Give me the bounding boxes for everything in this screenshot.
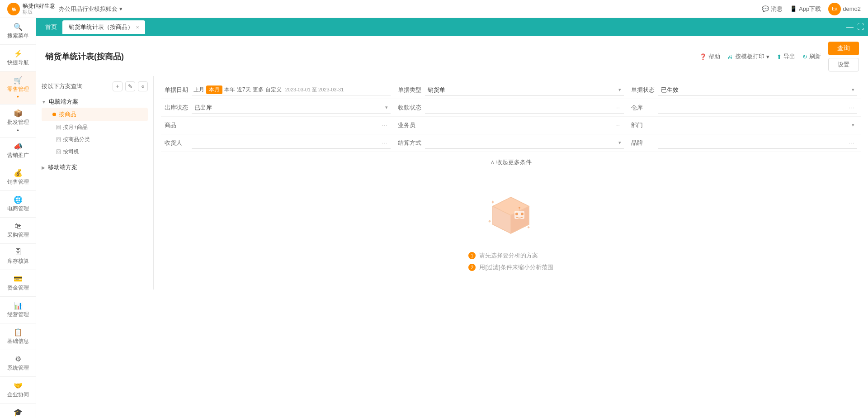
help-icon: ❓ — [699, 53, 707, 60]
empty-illustration: ✦ ✦ ◆ — [484, 188, 538, 242]
sidebar-item-system-label: 系统管理 — [2, 364, 34, 372]
date-tab-this-year[interactable]: 本年 — [224, 86, 235, 94]
out-status-arrow-icon: ▾ — [385, 104, 388, 110]
date-tab-more[interactable]: 更多 — [253, 86, 264, 94]
sidebar-item-finance[interactable]: 💳 资金管理 — [0, 270, 36, 297]
sidebar-item-quicknav[interactable]: ⚡ 快捷导航 — [0, 45, 36, 71]
tab-sales-statistics[interactable]: 销货单统计表（按商品） × — [62, 20, 145, 34]
settings-button[interactable]: 设置 — [828, 58, 859, 71]
scheme-panel-header: 按以下方案查询 + ✎ « — [42, 81, 148, 91]
tab-active-label: 销货单统计表（按商品） — [69, 23, 133, 31]
add-scheme-button[interactable]: + — [113, 81, 123, 91]
expand-button[interactable]: ⛶ — [857, 23, 864, 31]
sidebar-item-operations[interactable]: 📊 经营管理 — [0, 297, 36, 323]
sidebar-item-newuser[interactable]: 🎓 新手引导 — [0, 404, 36, 418]
help-button[interactable]: ❓ 帮助 — [699, 52, 720, 61]
brand-filter[interactable]: ··· — [658, 137, 857, 149]
hint-num-1: 1 — [468, 252, 476, 259]
content-main: ✦ ✦ ◆ 1 请先选择要分析的方案 — [154, 170, 868, 290]
help-label: 帮助 — [708, 52, 720, 61]
staff-filter[interactable]: ··· — [425, 119, 624, 131]
pay-status-filter[interactable]: ··· — [425, 102, 624, 114]
status-filter-control[interactable]: 已生效 ▾ — [658, 84, 857, 96]
action-btns: 查询 设置 — [828, 42, 859, 71]
date-tab-last-month[interactable]: 上月 — [193, 86, 204, 94]
sidebar-item-quicknav-label: 快捷导航 — [2, 59, 34, 66]
scheme-group-mobile-header[interactable]: ▶ 移动端方案 — [42, 162, 148, 173]
scheme-item-by-goods[interactable]: 按商品 — [42, 108, 148, 121]
warehouse-filter[interactable]: ··· — [658, 102, 857, 114]
user-menu[interactable]: Ea demo2 — [828, 3, 861, 15]
right-actions: ❓ 帮助 🖨 按模板打印 ▾ ⬆ 导出 ↻ 刷新 — [699, 42, 859, 71]
date-filter-control[interactable]: 上月 本月 本年 近7天 更多 自定义 2023-03-01 至 2023-03… — [192, 85, 391, 95]
sidebar-item-search-label: 搜索菜单 — [2, 32, 34, 40]
refresh-icon: ↻ — [802, 53, 807, 60]
hint-text-1: 请先选择要分析的方案 — [479, 252, 538, 260]
username-label: demo2 — [843, 5, 861, 12]
date-tab-custom[interactable]: 自定义 — [265, 86, 282, 94]
sub-scheme-driver[interactable]: 回 按司机 — [42, 146, 148, 158]
sidebar-item-inventory[interactable]: 🗄 库存核算 — [0, 244, 36, 270]
sidebar-item-marketing[interactable]: 📣 营销推广 — [0, 138, 36, 164]
sales-icon: 💰 — [2, 169, 34, 177]
sidebar-item-search[interactable]: 🔍 搜索菜单 — [0, 18, 36, 45]
print-button[interactable]: 🖨 按模板打印 ▾ — [727, 52, 769, 61]
type-arrow-icon: ▾ — [618, 87, 621, 93]
sidebar-item-sales[interactable]: 💰 销售管理 — [0, 164, 36, 191]
goods-filter[interactable]: ··· — [192, 119, 391, 131]
query-button[interactable]: 查询 — [828, 42, 859, 55]
sidebar-item-inventory-label: 库存核算 — [2, 257, 34, 265]
quicknav-icon: ⚡ — [2, 49, 34, 58]
message-button[interactable]: 💬 消息 — [762, 5, 783, 13]
dept-filter[interactable]: ▾ — [658, 119, 857, 131]
workspace-selector[interactable]: 办公用品行业模拟账套 ▾ — [59, 5, 123, 13]
sidebar-item-ecommerce[interactable]: 🌐 电商管理 — [0, 191, 36, 218]
tab-home[interactable]: 首页 — [40, 23, 62, 31]
sub-scheme-month-goods[interactable]: 回 按月+商品 — [42, 121, 148, 133]
sidebar-item-basic[interactable]: 📋 基础信息 — [0, 323, 36, 350]
filter-area: 单据日期 上月 本月 本年 近7天 更多 自定义 2023-03-01 至 20… — [154, 76, 868, 170]
sub-scheme-label-2: 按商品分类 — [63, 136, 90, 143]
sidebar-item-enterprise[interactable]: 🤝 企业协同 — [0, 377, 36, 404]
enterprise-icon: 🤝 — [2, 381, 34, 390]
date-tab-7days[interactable]: 近7天 — [237, 86, 251, 94]
type-filter-control[interactable]: 销货单 ▾ — [425, 84, 624, 96]
sub-scheme-icon-1: 回 — [56, 124, 61, 131]
content-area: 首页 销货单统计表（按商品） × — ⛶ 销货单统计表(按商品) ❓ 帮助 — [36, 18, 868, 418]
sidebar-item-retail[interactable]: 🛒 零售管理 ▾ — [0, 71, 36, 104]
page-top: 销货单统计表(按商品) ❓ 帮助 🖨 按模板打印 ▾ ⬆ 导出 — [36, 36, 868, 76]
pay-status-dots: ··· — [615, 104, 621, 111]
out-status-filter[interactable]: 已出库 ▾ — [192, 102, 391, 114]
sub-scheme-category[interactable]: 回 按商品分类 — [42, 133, 148, 146]
sub-scheme-icon-3: 回 — [56, 148, 61, 155]
warehouse-label: 仓库 — [631, 104, 658, 112]
svg-point-10 — [519, 207, 520, 209]
edit-scheme-button[interactable]: ✎ — [125, 81, 135, 91]
hint-num-2: 2 — [468, 264, 476, 271]
scheme-group-pc-header[interactable]: ▼ 电脑端方案 — [42, 96, 148, 108]
refresh-button[interactable]: ↻ 刷新 — [802, 52, 821, 61]
app-download-button[interactable]: 📱 App下载 — [790, 5, 821, 13]
receiver-dots: ··· — [382, 140, 388, 146]
export-button[interactable]: ⬆ 导出 — [777, 52, 795, 61]
sidebar-item-purchase[interactable]: 🛍 采购管理 — [0, 218, 36, 244]
status-value: 已生效 — [661, 86, 852, 94]
sidebar-item-ecommerce-label: 电商管理 — [2, 205, 34, 213]
sidebar-item-system[interactable]: ⚙ 系统管理 — [0, 350, 36, 377]
avatar: Ea — [828, 3, 841, 15]
empty-state: ✦ ✦ ◆ 1 请先选择要分析的方案 — [450, 170, 571, 290]
retail-icon: 🛒 — [2, 76, 34, 85]
mobile-group-label: 移动端方案 — [48, 163, 77, 171]
basic-icon: 📋 — [2, 328, 34, 337]
payment-filter[interactable]: ▾ — [425, 137, 624, 149]
collapse-scheme-button[interactable]: « — [138, 81, 148, 91]
collapse-button[interactable]: ∧ 收起更多条件 — [490, 158, 532, 166]
receiver-filter[interactable]: ··· — [192, 137, 391, 149]
sidebar-item-wholesale[interactable]: 📦 批发管理 ▴ — [0, 104, 36, 138]
minimize-button[interactable]: — — [846, 23, 854, 31]
date-tab-this-month[interactable]: 本月 — [206, 86, 222, 94]
print-label: 按模板打印 — [735, 52, 764, 61]
status-arrow-icon: ▾ — [852, 87, 854, 93]
page-title: 销货单统计表(按商品) — [45, 51, 124, 62]
tab-close-button[interactable]: × — [136, 24, 139, 30]
